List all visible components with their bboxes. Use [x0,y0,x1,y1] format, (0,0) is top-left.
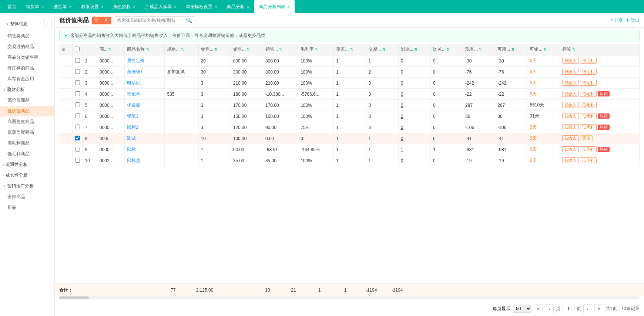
col-trade[interactable]: 交易... ⇅ [366,44,398,55]
sales-amount: 800.00 [231,55,263,67]
col-saleable[interactable]: 可销... ⇅ [527,44,560,55]
prev-page-button[interactable]: ‹ [545,304,554,313]
col-name[interactable]: 商品名称 ⇅ [125,44,165,55]
product-name[interactable]: 鼠标 [125,144,165,155]
sidebar-group-marketing[interactable]: ∨ 营销推广分析 [0,181,54,191]
collapse-button[interactable]: « [44,20,51,27]
sidebar-item-stock-goods[interactable]: 有库存的商品 [0,63,54,74]
close-icon[interactable]: × [69,4,71,9]
close-icon[interactable]: × [247,4,249,9]
page-number-input[interactable] [563,305,574,312]
row-checkbox[interactable] [75,158,80,163]
sidebar-group-growth[interactable]: › 成长性分析 [0,170,54,181]
nav-product-analysis[interactable]: 商品分析 × [222,0,254,13]
browse-link[interactable]: 0 [401,81,403,86]
nav-product-analysis-list[interactable]: 商品分析列表 × [254,0,294,13]
product-name[interactable]: 测试 [125,133,165,144]
product-name[interactable]: 电话机 [125,78,165,89]
next-page-button[interactable]: › [583,304,592,313]
browse-link[interactable]: 1 [401,147,403,152]
nav-product-stock[interactable]: 产成品入库单 × [141,0,181,13]
browse-link[interactable]: 0 [401,58,403,64]
sidebar-item-low-value[interactable]: 低价值商品 [0,106,54,116]
nav-sales-order[interactable]: 销货单 × [21,0,48,13]
sidebar-item-high-margin[interactable]: 高毛利商品 [0,138,54,149]
col-available[interactable]: 可用... ⇅ [495,44,527,55]
col-browse2[interactable]: 浏览... ⇅ [430,44,463,55]
product-name[interactable]: 铅笔1 [125,111,165,122]
select-all-checkbox[interactable] [75,47,80,51]
browse-link[interactable]: 0 [401,125,403,130]
sidebar-item-high-coverage[interactable]: 高覆盖度商品 [0,116,54,127]
col-margin[interactable]: 毛利率 ⇅ [298,44,334,55]
col-sales2[interactable]: 销售... ⇅ [231,44,263,55]
sidebar-item-category-rate[interactable]: 商品分类销售率 [0,52,54,63]
sidebar-item-traded-goods[interactable]: 交易过的商品 [0,41,54,52]
product-name[interactable]: 鼠标垫 [125,155,165,166]
hot-tag: 热销 [598,125,610,130]
first-page-button[interactable]: « [534,304,543,313]
scrollbar-thumb[interactable] [59,296,89,299]
nav-purchase-order[interactable]: 进货单 × [49,0,76,13]
col-code[interactable]: 商... ⇅ [97,44,125,55]
product-name[interactable]: 吴细细1 [125,67,165,78]
close-icon[interactable]: × [133,4,135,9]
nav-role-auth[interactable]: 角色授权 × [108,0,140,13]
close-icon[interactable]: × [101,4,103,9]
search-icon[interactable]: 🔍 [186,17,192,23]
close-icon[interactable]: × [174,4,176,9]
tags-cell: 低收入低毛利热销 [560,144,639,155]
product-name[interactable]: 鼠标1 [125,122,165,133]
col-browse1[interactable]: 浏览... ⇅ [398,44,430,55]
col-settings[interactable]: ⚙ [59,44,72,55]
nav-permissions[interactable]: 权限设置 × [77,0,108,13]
close-icon[interactable]: × [215,4,217,9]
export-button[interactable]: ⬇ 导出 [626,17,640,24]
sidebar-item-low-margin[interactable]: 低毛利商品 [0,149,54,159]
row-checkbox[interactable] [75,136,80,140]
row-checkbox[interactable] [75,58,80,63]
row-checkbox[interactable] [75,80,80,85]
sidebar-group-liquidity[interactable]: › 流通性分析 [0,159,54,170]
close-icon[interactable]: × [41,4,44,9]
nav-home[interactable]: 首页 [3,0,21,13]
row-checkbox[interactable] [75,102,80,107]
browse-link[interactable]: 0 [401,103,403,108]
browse-link[interactable]: 0 [401,92,403,97]
per-page-select[interactable]: 50 20 100 [513,305,531,313]
col-spec[interactable]: 规格... ⇅ [165,44,198,55]
sidebar-item-sales-goods[interactable]: 销售类商品 [0,31,54,41]
date-filter-button[interactable]: 近一月 [92,17,111,24]
sidebar-item-stock-capital[interactable]: 库存资金占用 [0,74,54,84]
row-checkbox[interactable] [75,113,80,118]
sidebar-item-new-goods[interactable]: 新品 [0,202,54,213]
share-button[interactable]: ↗ 分享 [609,17,623,24]
product-name[interactable]: 属性定价 [125,55,165,67]
gear-icon[interactable]: ⚙ [61,47,66,52]
close-icon[interactable]: × [288,4,290,9]
col-tags[interactable]: 标签 ⇅ [560,44,639,55]
sidebar-group-overall[interactable]: ∨ 整体信息 [3,18,44,28]
sidebar-item-low-coverage[interactable]: 低覆盖度商品 [0,127,54,138]
row-checkbox[interactable] [75,147,80,152]
col-coverage[interactable]: 覆盖... ⇅ [334,44,366,55]
sidebar-item-all-goods[interactable]: 全部商品 [0,191,54,202]
browse-link[interactable]: 0 [401,114,403,119]
browse-link[interactable]: 0 [401,158,403,163]
row-checkbox[interactable] [75,125,80,129]
product-name[interactable]: 橡皮擦 [125,100,165,111]
browse-link[interactable]: 0 [401,136,403,141]
browse-link[interactable]: 0 [401,69,403,75]
col-current-stock[interactable]: 现有... ⇅ [463,44,495,55]
nav-template-settings[interactable]: 单据模板设置 × [181,0,221,13]
col-sales1[interactable]: 销售... ⇅ [198,44,231,55]
last-page-button[interactable]: » [594,304,603,313]
sidebar-group-financial[interactable]: ∨ 盈财分析 [0,84,54,95]
horizontal-scrollbar[interactable] [59,296,640,299]
sidebar-item-high-value[interactable]: 高价值商品 [0,95,54,106]
col-sales3[interactable]: 销售... ⇅ [263,44,298,55]
search-input[interactable] [117,18,184,23]
row-checkbox[interactable] [75,91,80,96]
product-name[interactable]: 笔记本 [125,89,165,100]
row-checkbox[interactable] [75,69,80,74]
